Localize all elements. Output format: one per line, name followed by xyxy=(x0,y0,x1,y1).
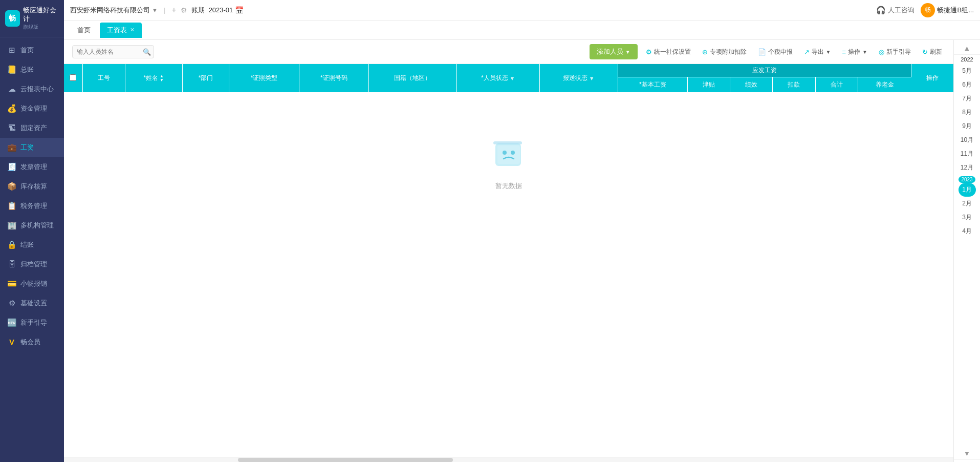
rp-header: ▲ xyxy=(954,42,980,55)
special-deduction-icon: ⊕ xyxy=(702,48,708,56)
rp-footer: ▼ xyxy=(954,447,980,460)
month-2022-9[interactable]: 9月 xyxy=(954,119,980,133)
sidebar-item-fund[interactable]: 💰 资金管理 xyxy=(0,99,64,118)
social-security-btn[interactable]: ⚙ 统一社保设置 xyxy=(643,46,694,58)
operate-btn[interactable]: ≡ 操作 ▼ xyxy=(839,46,871,58)
col-deduction: 扣款 xyxy=(773,77,815,93)
right-panel: ▲ 2022 5月 6月 7月 8月 9月 10月 11月 12月 2023 1… xyxy=(953,40,980,462)
rp-prev-arrow[interactable]: ▲ xyxy=(962,44,972,52)
expense-icon: 💳 xyxy=(7,279,16,288)
add-person-chevron-icon: ▼ xyxy=(625,49,630,55)
sidebar-item-guide[interactable]: 🆕 新手引导 xyxy=(0,313,64,332)
add-company-btn[interactable]: + xyxy=(171,6,176,15)
col-name-label: *姓名 xyxy=(143,74,158,82)
col-total: 合计 xyxy=(815,77,858,93)
month-2022-10[interactable]: 10月 xyxy=(954,133,980,147)
export-btn[interactable]: ↗ 导出 ▼ xyxy=(801,46,834,58)
settings-icon: ⚙ xyxy=(7,299,16,308)
refresh-btn[interactable]: ↻ 刷新 xyxy=(919,46,945,58)
search-input[interactable] xyxy=(72,45,154,58)
col-country: 国籍（地区） xyxy=(368,64,456,92)
avatar: 畅 xyxy=(921,3,935,17)
col-report-status: 报送状态 ▼ xyxy=(539,64,618,92)
tab-salary-table[interactable]: 工资表 ✕ xyxy=(100,23,142,38)
social-security-icon: ⚙ xyxy=(646,48,652,56)
select-all-checkbox[interactable] xyxy=(70,74,76,81)
sidebar-item-closing[interactable]: 🔒 结账 xyxy=(0,235,64,255)
topbar-period: 账期 2023-01 📅 xyxy=(191,6,244,15)
table-wrap: 工号 *姓名 ▲▼ *部门 xyxy=(64,64,953,457)
company-selector[interactable]: 西安虾米网络科技有限公司 ▼ xyxy=(70,6,158,15)
sidebar-item-expense[interactable]: 💳 小畅报销 xyxy=(0,274,64,293)
empty-icon xyxy=(488,133,529,174)
guide-action-icon: ◎ xyxy=(879,48,884,56)
salary-table: 工号 *姓名 ▲▼ *部门 xyxy=(64,64,953,232)
sidebar-item-cloud-report[interactable]: ☁ 云报表中心 xyxy=(0,79,64,99)
month-2022-8[interactable]: 8月 xyxy=(954,106,980,119)
col-allowance: 津贴 xyxy=(687,77,730,93)
month-2023-1[interactable]: 1月 xyxy=(959,183,976,197)
person-status-filter-icon[interactable]: ▼ xyxy=(510,75,515,81)
closing-icon: 🔒 xyxy=(7,240,16,249)
guide-btn[interactable]: ◎ 新手引导 xyxy=(876,46,914,58)
tab-close-icon[interactable]: ✕ xyxy=(130,27,135,33)
empty-text: 暂无数据 xyxy=(495,181,522,191)
horizontal-scrollbar[interactable] xyxy=(64,457,953,462)
sidebar-item-multi-org[interactable]: 🏢 多机构管理 xyxy=(0,216,64,235)
month-2023-3[interactable]: 3月 xyxy=(954,211,980,224)
rp-next-arrow[interactable]: ▼ xyxy=(962,449,972,457)
sidebar-item-salary[interactable]: 💼 工资 xyxy=(0,138,64,157)
calendar-icon[interactable]: 📅 xyxy=(235,6,244,14)
sidebar-item-settings[interactable]: ⚙ 基础设置 xyxy=(0,293,64,313)
sidebar-item-invoice[interactable]: 🧾 发票管理 xyxy=(0,157,64,177)
svg-point-2 xyxy=(503,151,507,155)
content-main: 🔍 添加人员 ▼ ⚙ 统一社保设置 ⊕ 专项附加扣除 xyxy=(64,40,953,462)
tax-report-icon: 📄 xyxy=(758,48,766,56)
service-btn[interactable]: 🎧 人工咨询 xyxy=(876,6,914,15)
app-logo-text: 畅应通好会计 旗舰版 xyxy=(23,6,59,31)
month-2022-6[interactable]: 6月 xyxy=(954,78,980,92)
sidebar-item-ledger[interactable]: 📒 总账 xyxy=(0,60,64,79)
year-2023-section: 2023 1月 2月 3月 4月 xyxy=(954,175,980,238)
export-icon: ↗ xyxy=(804,48,810,56)
search-icon[interactable]: 🔍 xyxy=(143,48,151,56)
add-person-button[interactable]: 添加人员 ▼ xyxy=(590,44,638,59)
sidebar-item-home[interactable]: ⊞ 首页 xyxy=(0,40,64,60)
sidebar-item-member[interactable]: V 畅会员 xyxy=(0,332,64,352)
sidebar: 畅 畅应通好会计 旗舰版 ⊞ 首页 📒 总账 ☁ 云报表中心 💰 资金管理 🏗 … xyxy=(0,0,64,462)
sidebar-item-fixed-assets[interactable]: 🏗 固定资产 xyxy=(0,118,64,138)
col-operate: 操作 xyxy=(911,64,953,92)
scroll-thumb[interactable] xyxy=(238,458,453,462)
empty-illustration xyxy=(488,133,529,174)
svg-rect-1 xyxy=(497,145,520,164)
sidebar-item-inventory[interactable]: 📦 库存核算 xyxy=(0,177,64,196)
col-performance: 绩效 xyxy=(730,77,773,93)
month-2022-11[interactable]: 11月 xyxy=(954,147,980,161)
name-sort-icon[interactable]: ▲▼ xyxy=(160,74,164,82)
sidebar-item-tax[interactable]: 📋 税务管理 xyxy=(0,196,64,216)
toolbar: 🔍 添加人员 ▼ ⚙ 统一社保设置 ⊕ 专项附加扣除 xyxy=(64,40,953,64)
headset-icon: 🎧 xyxy=(876,6,886,15)
user-btn[interactable]: 畅 畅捷通B组... xyxy=(921,3,974,17)
sidebar-nav: ⊞ 首页 📒 总账 ☁ 云报表中心 💰 资金管理 🏗 固定资产 💼 工资 🧾 发… xyxy=(0,37,64,462)
tabbar: 首页 工资表 ✕ xyxy=(64,20,980,40)
company-settings-icon[interactable]: ⚙ xyxy=(181,6,187,14)
month-2022-12[interactable]: 12月 xyxy=(954,161,980,175)
col-id-num: *证照号码 xyxy=(299,64,368,92)
tab-home[interactable]: 首页 xyxy=(70,23,98,38)
month-2022-5[interactable]: 5月 xyxy=(954,64,980,78)
month-2022-7[interactable]: 7月 xyxy=(954,92,980,106)
fund-icon: 💰 xyxy=(7,104,16,113)
col-base-salary: *基本工资 xyxy=(618,77,687,93)
month-2023-2[interactable]: 2月 xyxy=(954,197,980,211)
sidebar-logo: 畅 畅应通好会计 旗舰版 xyxy=(0,0,64,37)
special-deduction-btn[interactable]: ⊕ 专项附加扣除 xyxy=(699,46,750,58)
month-2023-4[interactable]: 4月 xyxy=(954,224,980,238)
year-2023-badge: 2023 xyxy=(959,176,975,183)
tax-report-btn[interactable]: 📄 个税申报 xyxy=(755,46,796,58)
topbar-right: 🎧 人工咨询 畅 畅捷通B组... xyxy=(876,3,974,17)
app-logo-icon: 畅 xyxy=(5,10,20,27)
report-status-filter-icon[interactable]: ▼ xyxy=(589,75,595,81)
sidebar-item-archive[interactable]: 🗄 归档管理 xyxy=(0,255,64,274)
member-icon: V xyxy=(7,338,16,346)
